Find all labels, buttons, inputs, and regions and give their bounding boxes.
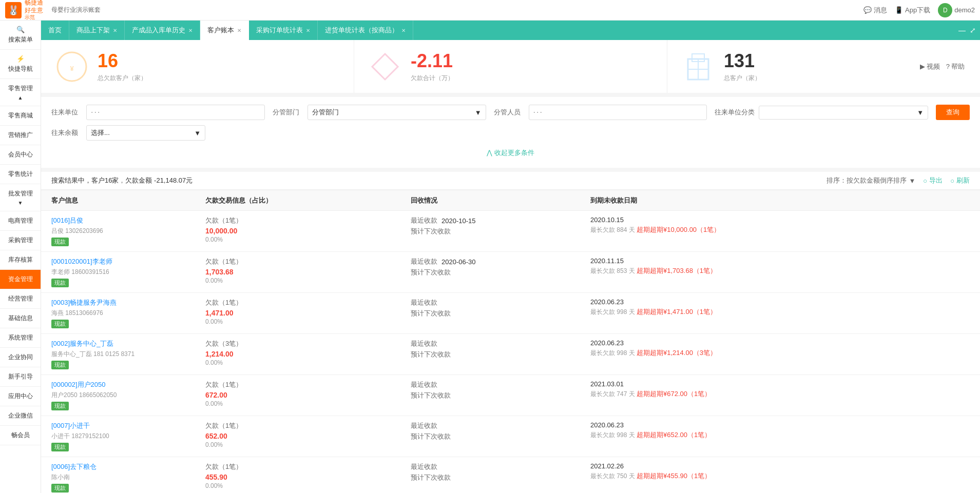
app-download-btn[interactable]: 📱 App下载 bbox=[895, 6, 930, 15]
expand-tabs-btn[interactable]: ⤢ bbox=[970, 26, 976, 34]
last-collection: 最近收款 bbox=[411, 380, 590, 389]
dept-dropdown[interactable]: 分管部门 ▼ bbox=[308, 105, 486, 120]
export-button[interactable]: ○ 导出 bbox=[923, 176, 943, 185]
overdue-link[interactable]: 超期超期¥455.90（1笔） bbox=[637, 472, 711, 480]
due-date-info-4: 2021.03.01 最长欠款 747 天 超期超期¥672.00（1笔） bbox=[590, 380, 970, 410]
close-icon[interactable]: ✕ bbox=[401, 28, 406, 33]
customer-name-link[interactable]: [0006]去下粮仓 bbox=[51, 463, 97, 470]
tab-product-history[interactable]: 产成品入库单历史 ✕ bbox=[125, 21, 200, 40]
video-btn[interactable]: ▶ 视频 bbox=[920, 62, 940, 71]
svg-marker-2 bbox=[372, 54, 398, 80]
collection-info-5: 最近收款 预计下次收款 bbox=[411, 421, 590, 451]
sort-button[interactable]: 排序：按欠款金额倒序排序 ▼ bbox=[827, 176, 915, 185]
debt-info-3: 欠款（3笔） 1,214.00 0.00% bbox=[205, 339, 411, 369]
sidebar-item-basic[interactable]: 基础信息 bbox=[0, 309, 41, 328]
customer-badge: 现款 bbox=[51, 279, 69, 287]
customer-name-link[interactable]: [0003]畅捷服务尹海燕 bbox=[51, 299, 117, 306]
sidebar-item-newbie[interactable]: 新手引导 bbox=[0, 367, 41, 387]
close-icon[interactable]: ✕ bbox=[113, 28, 117, 33]
stat-card-debt-total: -2.11 欠款合计（万） bbox=[354, 40, 667, 93]
results-bar: 搜索结果中，客户16家，欠款金额 -21,148.07元 排序：按欠款金额倒序排… bbox=[41, 172, 980, 190]
overdue-link[interactable]: 超期超期¥1,214.00（3笔） bbox=[637, 349, 717, 357]
refresh-button[interactable]: ○ 刷新 bbox=[950, 176, 970, 185]
filter-person-label: 分管人员 bbox=[494, 108, 525, 117]
due-date-main: 2020.11.15 bbox=[590, 257, 970, 265]
filter-balance: 往来余额 选择... ▼ bbox=[51, 125, 205, 141]
close-icon[interactable]: ✕ bbox=[237, 28, 241, 33]
customer-info-0: [0016]吕俊 吕俊 13026203696 现款 bbox=[51, 216, 205, 246]
close-icon[interactable]: ✕ bbox=[188, 28, 193, 33]
debt-customers-count: 16 bbox=[98, 50, 147, 72]
debt-amount[interactable]: 10,000.00 bbox=[205, 227, 411, 235]
filter-row-1: 往来单位 ··· 分管部门 分管部门 ▼ bbox=[51, 105, 970, 120]
customer-info-4: [000002]用户2050 用户2050 18665062050 现款 bbox=[51, 380, 205, 410]
chevron-down-icon-cat: ▼ bbox=[917, 109, 924, 116]
search-button[interactable]: 查询 bbox=[936, 105, 970, 120]
customer-input[interactable]: ··· bbox=[86, 105, 265, 120]
next-collection: 预计下次收款 bbox=[411, 432, 590, 441]
debt-amount[interactable]: 1,703.68 bbox=[205, 268, 411, 276]
tab-bar-actions: — ⤢ bbox=[954, 26, 980, 34]
next-collection: 预计下次收款 bbox=[411, 227, 590, 236]
collapse-tabs-btn[interactable]: — bbox=[958, 26, 966, 34]
debt-amount[interactable]: 1,471.00 bbox=[205, 309, 411, 317]
filter-dept-label: 分管部门 bbox=[273, 108, 303, 117]
close-icon[interactable]: ✕ bbox=[306, 28, 310, 33]
debt-total-amount: -2.11 bbox=[411, 50, 454, 72]
sidebar-item-retail-mall[interactable]: 零售商城 bbox=[0, 106, 41, 126]
help-btn[interactable]: ? 帮助 bbox=[946, 62, 965, 71]
tab-purchase-stats[interactable]: 采购订单统计表 ✕ bbox=[249, 21, 318, 40]
collection-info-6: 最近收款 预计下次收款 bbox=[411, 462, 590, 492]
next-collection: 预计下次收款 bbox=[411, 473, 590, 482]
stats-cards: ¥ 16 总欠款客户（家） -2.11 欠款合计（万） bbox=[41, 40, 980, 93]
debt-percent: 0.00% bbox=[205, 359, 411, 366]
sidebar-item-ops[interactable]: 经营管理 bbox=[0, 289, 41, 309]
overdue-link[interactable]: 超期超期¥10,000.00（1笔） bbox=[637, 226, 720, 233]
overdue-link[interactable]: 超期超期¥672.00（1笔） bbox=[637, 390, 711, 398]
sidebar-item-marketing[interactable]: 营销推广 bbox=[0, 126, 41, 145]
overdue-link[interactable]: 超期超期¥1,471.00（1笔） bbox=[637, 308, 717, 315]
sidebar-item-finance[interactable]: 资金管理 bbox=[0, 270, 41, 289]
sidebar-item-warehouse[interactable]: 库存核算 bbox=[0, 250, 41, 270]
logo-area: 🐰 畅捷通好生意 示范 bbox=[5, 0, 46, 21]
customer-name-link[interactable]: [0001020001]李老师 bbox=[51, 258, 112, 265]
customer-name-link[interactable]: [0007]小进干 bbox=[51, 422, 90, 429]
sidebar-item-retail-mgmt[interactable]: 零售管理 ▲ bbox=[0, 79, 41, 106]
sidebar-item-enterprise[interactable]: 企业协同 bbox=[0, 348, 41, 367]
app-container: 🐰 畅捷通好生意 示范 母婴行业演示账套 💬 消息 📱 App下载 D demo… bbox=[0, 0, 980, 493]
debt-amount[interactable]: 652.00 bbox=[205, 432, 411, 440]
chevron-down-icon-sort: ▼ bbox=[909, 177, 915, 185]
customer-badge: 现款 bbox=[51, 443, 69, 451]
debt-amount[interactable]: 1,214.00 bbox=[205, 350, 411, 358]
person-input[interactable]: ··· bbox=[529, 105, 707, 120]
user-menu[interactable]: D demo2 bbox=[938, 3, 975, 17]
message-btn[interactable]: 💬 消息 bbox=[863, 6, 887, 15]
tab-purchase-product-stats[interactable]: 进货单统计表（按商品） ✕ bbox=[318, 21, 413, 40]
sidebar-item-enterprise-wechat[interactable]: 企业微信 bbox=[0, 406, 41, 426]
sidebar-item-retail-stats[interactable]: 零售统计 bbox=[0, 165, 41, 184]
overdue-link[interactable]: 超期超期¥1,703.68（1笔） bbox=[637, 267, 717, 274]
category-dropdown[interactable]: ▼ bbox=[759, 106, 928, 120]
collapse-filters-btn[interactable]: ⋀ 收起更多条件 bbox=[51, 146, 970, 160]
overdue-link[interactable]: 超期超期¥652.00（1笔） bbox=[637, 431, 711, 439]
sidebar-quick-nav[interactable]: ⚡ 快捷导航 bbox=[0, 50, 41, 79]
balance-select[interactable]: 选择... ▼ bbox=[86, 125, 205, 141]
sidebar-search[interactable]: 🔍 搜索菜单 bbox=[0, 21, 41, 50]
debt-amount[interactable]: 455.90 bbox=[205, 473, 411, 481]
sidebar-item-batch-mgmt[interactable]: 批发管理 ▼ bbox=[0, 184, 41, 211]
customer-name-link[interactable]: [0002]服务中心_丁磊 bbox=[51, 340, 113, 347]
header-debt: 欠款交易信息（占比） bbox=[205, 196, 411, 205]
sidebar-item-purchase[interactable]: 采购管理 bbox=[0, 231, 41, 250]
tab-home[interactable]: 首页 bbox=[41, 21, 69, 40]
stat-info-debt: 16 总欠款客户（家） bbox=[98, 50, 147, 83]
debt-amount[interactable]: 672.00 bbox=[205, 391, 411, 399]
sidebar-item-system[interactable]: 系统管理 bbox=[0, 328, 41, 348]
customer-name-link[interactable]: [0016]吕俊 bbox=[51, 216, 83, 224]
sidebar-item-member-plus[interactable]: 畅会员 bbox=[0, 426, 41, 445]
tab-product-toggle[interactable]: 商品上下架 ✕ bbox=[69, 21, 125, 40]
sidebar-item-member[interactable]: 会员中心 bbox=[0, 145, 41, 165]
customer-name-link[interactable]: [000002]用户2050 bbox=[51, 381, 106, 388]
sidebar-item-ecom[interactable]: 电商管理 bbox=[0, 211, 41, 231]
tab-customer-account[interactable]: 客户账本 ✕ bbox=[200, 21, 249, 40]
sidebar-item-app-center[interactable]: 应用中心 bbox=[0, 387, 41, 406]
